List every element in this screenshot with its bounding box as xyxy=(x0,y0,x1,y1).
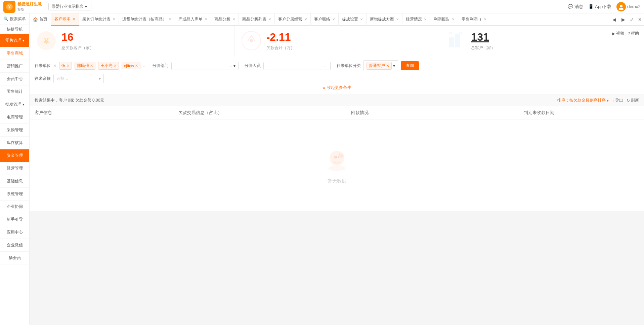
sidebar-item-finance-label: 资金管理 xyxy=(7,153,23,158)
sidebar-item-vip[interactable]: 畅会员 xyxy=(0,252,29,264)
unit-close-btn[interactable]: ✕ xyxy=(53,64,56,68)
tab-close-icon10[interactable]: ✕ xyxy=(396,17,399,21)
balance-dropdown[interactable]: 选择... ▾ xyxy=(53,74,104,83)
tab-home[interactable]: 🏠 首页 xyxy=(30,13,51,26)
search-menu[interactable]: 🔍 搜索菜单 xyxy=(0,13,29,25)
tab-close-icon[interactable]: ✕ xyxy=(73,17,75,21)
sidebar-item-retail-mgmt[interactable]: 零售管理 ▾ xyxy=(0,34,29,47)
tab-close-all-button[interactable]: ✕ xyxy=(636,17,644,22)
app-download-button[interactable]: 📱 App下载 xyxy=(588,4,611,10)
filter-tag-cj[interactable]: cjttcw ✕ xyxy=(122,63,140,69)
tab-customer-contact[interactable]: 客户联络 ✕ xyxy=(311,13,339,26)
filter-more-tags[interactable]: ··· xyxy=(143,64,146,68)
tab-customer-segment[interactable]: 客户分层经营 ✕ xyxy=(275,13,311,26)
tab-customer-cost[interactable]: 客户账本 ✕ xyxy=(51,13,79,26)
table-header: 客户信息 欠款交易信息（占比） 回款情况 到期未收款日期 xyxy=(30,106,644,119)
tab-goods-analysis[interactable]: 商品分析 ✕ xyxy=(211,13,239,26)
sidebar-item-enterprise-wechat[interactable]: 企业微信 xyxy=(0,239,29,252)
tab-close-icon3[interactable]: ✕ xyxy=(169,17,171,21)
filter-tag-chen-close[interactable]: ✕ xyxy=(90,64,93,68)
tab-next-button[interactable]: ▶ xyxy=(619,17,628,22)
tab-product-stock[interactable]: 产成品入库单 ✕ xyxy=(175,13,211,26)
sidebar-item-retail-mall-label: 零售商城 xyxy=(7,51,23,56)
dept-dots-icon[interactable]: ··· xyxy=(230,64,233,68)
empty-icon xyxy=(324,146,350,173)
tab-profit-report[interactable]: 利润报告 ✕ xyxy=(430,13,458,26)
tab-goods-analysis-list[interactable]: 商品分析列表 ✕ xyxy=(239,13,275,26)
video-button[interactable]: ▶ 视频 xyxy=(612,31,624,36)
tab-new-promotion[interactable]: 新增提成方案 ✕ xyxy=(367,13,402,26)
query-button[interactable]: 查询 xyxy=(401,61,419,70)
sidebar-item-wholesale[interactable]: 批发管理 ▾ xyxy=(0,98,29,111)
classify-dropdown[interactable]: 普通客户 ✕ ▾ xyxy=(363,60,398,71)
stats-section: ¥ 16 总欠款客户（家） xyxy=(30,26,644,56)
tab-prev-button[interactable]: ◀ xyxy=(610,17,619,22)
sidebar-item-ecommerce[interactable]: 电商管理 xyxy=(0,111,29,124)
help-button[interactable]: ? 帮助 xyxy=(628,31,639,36)
stat-debt-label: 欠款合计（万） xyxy=(266,45,432,51)
user-name: demo2 xyxy=(627,4,641,9)
classify-tag-label: 普通客户 xyxy=(369,63,385,69)
filter-tag-wu-close[interactable]: ✕ xyxy=(67,64,70,68)
refresh-button[interactable]: ↻ 刷新 xyxy=(627,98,639,103)
tab-close-icon12[interactable]: ✕ xyxy=(452,17,455,21)
tab-business[interactable]: 经营情况 ✕ xyxy=(402,13,430,26)
svg-point-2 xyxy=(620,5,622,7)
tab-close-icon4[interactable]: ✕ xyxy=(205,17,207,21)
results-bar: 搜索结果中，客户 0家 欠款金额 0.00元 排序：按欠款金额倒序排序 ▾ ↑ … xyxy=(30,95,644,106)
tab-close-icon6[interactable]: ✕ xyxy=(268,17,271,21)
tab-close-icon7[interactable]: ✕ xyxy=(304,17,307,21)
filter-tag-wang-close[interactable]: ✕ xyxy=(114,64,117,68)
sidebar-item-retail-mall[interactable]: 零售商城 xyxy=(0,47,29,60)
sort-button[interactable]: 排序：按欠款金额倒序排序 ▾ xyxy=(557,98,609,103)
sidebar-item-member[interactable]: 会员中心 xyxy=(0,73,29,85)
tab-close-icon13[interactable]: ✕ xyxy=(484,17,486,21)
sidebar-item-inventory[interactable]: 库存核算 xyxy=(0,137,29,149)
dept-label: 分管部门 xyxy=(153,63,169,69)
tab-maximize-button[interactable]: ⤢ xyxy=(628,17,636,22)
user-menu[interactable]: demo2 xyxy=(616,2,641,11)
account-selector[interactable]: 母婴行业演示帐套 ▾ xyxy=(48,3,91,10)
sidebar-item-operations[interactable]: 经营管理 xyxy=(0,162,29,175)
sidebar-item-enterprise[interactable]: 企业协同 xyxy=(0,201,29,213)
filter-tag-wu[interactable]: 伍 ✕ xyxy=(59,62,72,70)
export-button[interactable]: ↑ 导出 xyxy=(612,98,623,103)
dept-dropdown[interactable]: ··· ▾ xyxy=(171,62,239,70)
filter-tag-cj-close[interactable]: ✕ xyxy=(135,64,138,68)
tab-promotion-settings[interactable]: 提成设置 ✕ xyxy=(339,13,367,26)
sidebar-item-marketing[interactable]: 营销推广 xyxy=(0,60,29,73)
sidebar-item-retail-stats[interactable]: 零售统计 xyxy=(0,85,29,98)
tab-close-icon8[interactable]: ✕ xyxy=(332,17,335,21)
filter-tag-wang[interactable]: 王小亮 ✕ xyxy=(98,62,119,70)
sidebar-item-guide[interactable]: 新手引导 xyxy=(0,213,29,226)
sidebar-item-app-center[interactable]: 应用中心 xyxy=(0,226,29,239)
person-dropdown[interactable]: ··· xyxy=(263,62,331,70)
stat-total-customers: ¥ 16 总欠款客户（家） xyxy=(30,26,234,56)
sidebar-item-system[interactable]: 系统管理 xyxy=(0,188,29,201)
tab-close-icon2[interactable]: ✕ xyxy=(113,17,115,21)
person-dots-icon[interactable]: ··· xyxy=(324,64,328,68)
tab-close-icon5[interactable]: ✕ xyxy=(232,17,235,21)
tab-purchase-order[interactable]: 采购订单统计表 ✕ xyxy=(79,13,119,26)
classify-tag-close[interactable]: ✕ xyxy=(386,64,389,68)
collapse-button[interactable]: ∧ 收起更多条件 xyxy=(35,85,639,91)
quick-nav[interactable]: 快捷导航 xyxy=(0,25,29,34)
tab-actions: ◀ ▶ ⤢ ✕ xyxy=(610,17,644,22)
message-button[interactable]: 💬 消息 xyxy=(568,4,583,10)
svg-point-19 xyxy=(338,156,339,158)
sidebar-item-purchase[interactable]: 采购管理 xyxy=(0,124,29,137)
collapse-label: 收起更多条件 xyxy=(327,85,351,91)
logo-text: 畅捷通好生意 xyxy=(17,1,42,7)
tab-goods-analysis-list-label: 商品分析列表 xyxy=(242,16,266,22)
tab-close-icon9[interactable]: ✕ xyxy=(360,17,363,21)
sort-icon: ▾ xyxy=(607,98,609,103)
filter-tag-chen[interactable]: 陈民强 ✕ xyxy=(75,62,95,70)
tab-close-icon11[interactable]: ✕ xyxy=(424,17,427,21)
sidebar-item-basic-info[interactable]: 基础信息 xyxy=(0,175,29,188)
empty-state: 暂无数据 xyxy=(30,119,644,211)
filter-tag-cj-label: cjttcw xyxy=(124,64,134,68)
tab-retail-profit[interactable]: 零售利润（ ✕ xyxy=(458,13,490,26)
sidebar-item-finance[interactable]: 资金管理 xyxy=(0,149,29,162)
tab-stock-table[interactable]: 进货单统计表（按商品） ✕ xyxy=(119,13,175,26)
chevron-down-icon: ▾ xyxy=(23,39,24,42)
